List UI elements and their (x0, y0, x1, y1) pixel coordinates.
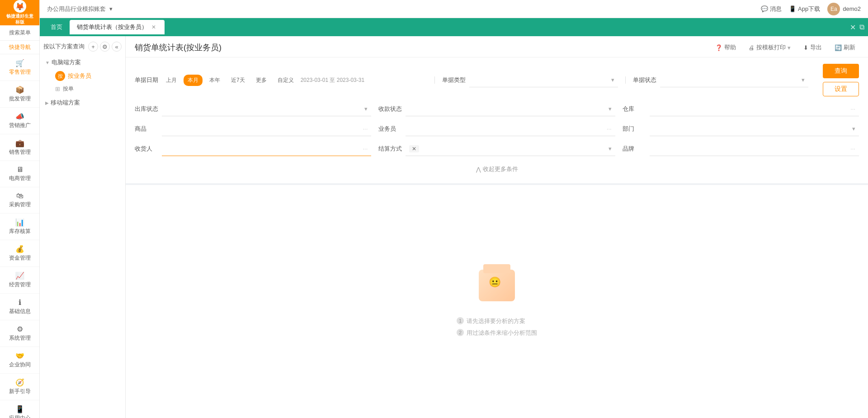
sidebar-item-inventory-label: 库存核算 (9, 228, 31, 235)
collapse-panel-button[interactable]: « (112, 42, 122, 52)
app-logo: 🦊 畅捷通好生意 标版 (0, 0, 40, 25)
receiver-label: 收货人 (135, 145, 158, 153)
settings-icon: ⚙ (102, 43, 108, 50)
tab-close-all-button[interactable]: ✕ (850, 23, 856, 32)
date-this-year[interactable]: 本年 (205, 75, 224, 86)
desktop-scheme-toggle[interactable]: ▼ 电脑端方案 (43, 56, 122, 69)
scheme-by-salesperson[interactable]: 按 按业务员 (52, 69, 122, 83)
sidebar-item-system-label: 系统管理 (9, 334, 31, 342)
message-icon: 💬 (761, 5, 768, 12)
search-menu[interactable]: 搜索菜单 (0, 25, 39, 41)
date-last7[interactable]: 近7天 (227, 75, 249, 86)
date-this-month[interactable]: 本月 (184, 75, 203, 86)
left-panel-header: 按以下方案查询 + ⚙ « (43, 42, 122, 52)
receiver-dots-icon[interactable]: ··· (363, 145, 368, 152)
left-panel-title: 按以下方案查询 (43, 43, 85, 51)
mobile-scheme-toggle[interactable]: ▶ 移动端方案 (43, 96, 122, 109)
salesperson-control[interactable]: ··· (406, 122, 615, 136)
payment-arrow-icon: ▾ (609, 145, 612, 152)
wholesale-icon: 📦 (15, 86, 24, 94)
sidebar-item-purchase[interactable]: 🛍 采购管理 (0, 187, 39, 214)
filter-payment-method: 结算方式 ✕ ▾ (378, 142, 615, 156)
template-print-label: 按模板打印 (756, 43, 786, 52)
right-panel: 销货单统计表(按业务员) ❓ 帮助 🖨 按模板打印 ▾ ⬇ 导出 (126, 36, 868, 418)
refresh-button[interactable]: 🔄 刷新 (831, 42, 859, 53)
tab-home[interactable]: 首页 (43, 20, 70, 34)
search-menu-label: 搜索菜单 (9, 29, 31, 36)
empty-face-icon: 😐 (489, 276, 501, 288)
brand-control[interactable]: ··· (650, 142, 859, 156)
sidebar-item-enterprise[interactable]: 🤝 企业协同 (0, 347, 39, 374)
scheme-order-label: 按单 (63, 85, 74, 93)
filter-bill-status: 单据状态 ▾ (633, 73, 808, 87)
date-last-month[interactable]: 上月 (162, 75, 181, 86)
sidebar-item-wholesale[interactable]: 📦 批发管理 (0, 81, 39, 108)
add-scheme-button[interactable]: + (88, 42, 98, 52)
sidebar-item-finance[interactable]: 💰 资金管理 (0, 240, 39, 267)
template-print-button[interactable]: 🖨 按模板打印 ▾ (745, 42, 794, 53)
sidebar-item-operation-label: 经营管理 (9, 281, 31, 289)
desktop-scheme-children: 按 按业务员 ⊞ 按单 (43, 69, 122, 95)
bill-type-arrow-icon: ▾ (611, 76, 614, 83)
empty-tips: 1 请先选择要分析的方案 2 用过滤条件来缩小分析范围 (457, 317, 537, 341)
collect-status-control[interactable]: ▾ (406, 102, 615, 116)
tab-close-icon[interactable]: ✕ (150, 24, 157, 31)
user-menu[interactable]: Ea demo2 (827, 3, 861, 15)
sidebar-item-finance-label: 资金管理 (9, 254, 31, 262)
brand-dots-icon[interactable]: ··· (850, 145, 855, 152)
scheme-by-order[interactable]: ⊞ 按单 (52, 83, 122, 95)
settings-scheme-button[interactable]: ⚙ (100, 42, 110, 52)
sidebar-item-marketing[interactable]: 📣 营销推广 (0, 108, 39, 134)
department-control[interactable]: ▾ (650, 122, 859, 136)
tab-home-label: 首页 (51, 23, 62, 31)
bill-status-control[interactable]: ▾ (660, 73, 808, 87)
payment-method-tag[interactable]: ✕ (409, 145, 419, 152)
collect-status-arrow-icon: ▾ (609, 105, 612, 112)
breadcrumb-arrow-icon[interactable]: ▾ (109, 5, 113, 12)
goods-dots-icon[interactable]: ··· (363, 125, 368, 132)
sidebar-item-retail[interactable]: 🛒 零售管理 (0, 54, 39, 81)
sidebar-item-operation[interactable]: 📈 经营管理 (0, 267, 39, 294)
warehouse-control[interactable]: ··· (650, 102, 859, 116)
sidebar-item-appstore[interactable]: 📱 应用中心 (0, 400, 39, 418)
sidebar-item-ecommerce[interactable]: 🖥 电商管理 (0, 161, 39, 187)
goods-control[interactable]: ··· (162, 122, 371, 136)
bill-type-control[interactable]: ▾ (469, 73, 618, 87)
query-button[interactable]: 查询 (823, 64, 859, 78)
export-button[interactable]: ⬇ 导出 (800, 42, 826, 53)
settings-button[interactable]: 设置 (823, 82, 859, 96)
salesperson-dots-icon[interactable]: ··· (607, 125, 612, 132)
out-status-control[interactable]: ▾ (162, 102, 371, 116)
sidebar-item-basic[interactable]: ℹ 基础信息 (0, 294, 39, 320)
enterprise-icon: 🤝 (15, 352, 24, 360)
date-custom[interactable]: 自定义 (274, 75, 298, 86)
date-more[interactable]: 更多 (252, 75, 271, 86)
filter-divider-2 (625, 76, 626, 84)
bill-status-label: 单据状态 (633, 76, 656, 84)
collapse-filters-button[interactable]: ⋀ 收起更多条件 (135, 162, 859, 177)
filter-divider-1 (434, 76, 435, 84)
date-filter-control: 上月 本月 本年 近7天 更多 自定义 2023-03-01 至 2023-03… (162, 75, 427, 86)
breadcrumb-text: 办公用品行业模拟账套 (47, 5, 106, 13)
sidebar-item-sales[interactable]: 💼 销售管理 (0, 134, 39, 161)
help-button[interactable]: ❓ 帮助 (712, 42, 740, 53)
message-button[interactable]: 💬 消息 (761, 5, 782, 13)
help-icon: ❓ (715, 44, 722, 51)
sidebar-item-newbie[interactable]: 🧭 新手引导 (0, 374, 39, 400)
order-scheme-icon: ⊞ (55, 86, 60, 92)
tab-restore-button[interactable]: ⧉ (859, 23, 864, 32)
sidebar-item-inventory[interactable]: 📊 库存核算 (0, 214, 39, 240)
refresh-icon: 🔄 (835, 44, 842, 51)
template-print-arrow-icon: ▾ (788, 44, 791, 51)
warehouse-dots-icon[interactable]: ··· (850, 105, 855, 112)
payment-tag-x-icon[interactable]: ✕ (412, 146, 416, 152)
quick-nav[interactable]: 快捷导航 (0, 41, 39, 54)
receiver-control[interactable]: ··· (162, 142, 371, 156)
payment-method-control[interactable]: ✕ ▾ (406, 142, 615, 156)
tab-report[interactable]: 销货单统计表（按业务员） ✕ (70, 20, 165, 34)
sidebar-item-system[interactable]: ⚙ 系统管理 (0, 320, 39, 347)
sidebar-item-basic-label: 基础信息 (9, 308, 31, 315)
sidebar: 🦊 畅捷通好生意 标版 搜索菜单 快捷导航 🛒 零售管理 📦 批发管理 📣 营销… (0, 0, 40, 418)
empty-state: 😐 1 请先选择要分析的方案 2 用过滤条件来缩小分析范围 (126, 185, 868, 418)
app-download-button[interactable]: 📱 App下载 (789, 5, 820, 13)
